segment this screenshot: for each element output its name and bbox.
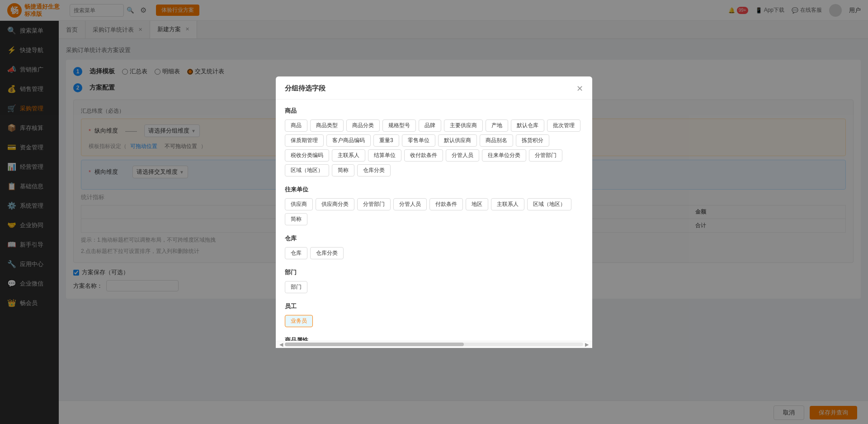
field-tag-0-13[interactable]: 默认供应商 (438, 134, 477, 147)
field-tag-1-8[interactable]: 简称 (285, 213, 307, 225)
modal-header: 分组待选字段 ✕ (276, 76, 592, 100)
field-tag-2-1[interactable]: 仓库分类 (310, 247, 344, 259)
field-tag-1-4[interactable]: 付款条件 (429, 198, 463, 210)
scroll-left-arrow: ◀ (279, 342, 283, 348)
section-5: 商品属性属性颜色多规格尺码鞋码1 (285, 336, 583, 341)
section-3: 部门部门 (285, 268, 583, 293)
field-tag-2-0[interactable]: 仓库 (285, 247, 307, 259)
field-tag-0-24[interactable]: 简称 (332, 164, 354, 176)
field-tags-3: 部门 (285, 281, 583, 293)
field-tag-0-11[interactable]: 重量3 (373, 134, 399, 147)
field-tags-2: 仓库仓库分类 (285, 247, 583, 259)
field-tag-0-7[interactable]: 默认仓库 (511, 119, 544, 132)
field-tag-1-2[interactable]: 分管部门 (357, 198, 391, 210)
modal-close-button[interactable]: ✕ (576, 84, 583, 94)
field-tag-0-22[interactable]: 分管部门 (529, 149, 562, 162)
field-tags-1: 供应商供应商分类分管部门分管人员付款条件地区主联系人区域（地区）简称 (285, 198, 583, 225)
section-title-4: 员工 (285, 302, 583, 310)
field-tag-0-18[interactable]: 结算单位 (368, 149, 401, 162)
field-tag-0-2[interactable]: 商品分类 (346, 119, 380, 132)
field-tag-0-23[interactable]: 区域（地区） (285, 164, 329, 176)
section-title-5: 商品属性 (285, 336, 583, 341)
field-tag-0-1[interactable]: 商品类型 (310, 119, 344, 132)
field-tag-1-1[interactable]: 供应商分类 (316, 198, 354, 210)
field-tag-1-7[interactable]: 区域（地区） (527, 198, 571, 210)
field-tag-4-0[interactable]: 业务员 (285, 315, 313, 327)
section-title-1: 往来单位 (285, 186, 583, 194)
field-tag-0-4[interactable]: 品牌 (419, 119, 441, 132)
horizontal-scrollbar[interactable] (285, 343, 583, 346)
modal-title: 分组待选字段 (285, 84, 326, 93)
field-tag-0-16[interactable]: 税收分类编码 (285, 149, 329, 162)
field-tag-1-5[interactable]: 地区 (466, 198, 488, 210)
field-tags-0: 商品商品类型商品分类规格型号品牌主要供应商产地默认仓库批次管理保质期管理客户商品… (285, 119, 583, 176)
field-tag-0-14[interactable]: 商品别名 (480, 134, 513, 147)
field-tag-1-0[interactable]: 供应商 (285, 198, 313, 210)
field-tag-0-10[interactable]: 客户商品编码 (326, 134, 371, 147)
section-0: 商品商品商品类型商品分类规格型号品牌主要供应商产地默认仓库批次管理保质期管理客户… (285, 107, 583, 176)
field-tag-0-8[interactable]: 批次管理 (547, 119, 580, 132)
field-tag-3-0[interactable]: 部门 (285, 281, 307, 293)
field-tag-0-15[interactable]: 拣货积分 (516, 134, 549, 147)
section-1: 往来单位供应商供应商分类分管部门分管人员付款条件地区主联系人区域（地区）简称 (285, 186, 583, 225)
field-tag-0-19[interactable]: 收付款条件 (404, 149, 443, 162)
field-tag-0-20[interactable]: 分管人员 (446, 149, 479, 162)
section-title-2: 仓库 (285, 234, 583, 243)
section-4: 员工业务员 (285, 302, 583, 327)
scroll-right-arrow: ▶ (585, 342, 589, 348)
field-tag-0-12[interactable]: 零售单位 (402, 134, 435, 147)
field-tag-0-6[interactable]: 产地 (486, 119, 508, 132)
section-title-0: 商品 (285, 107, 583, 115)
modal-footer-scroll: ◀ ▶ (276, 341, 592, 348)
field-tag-0-3[interactable]: 规格型号 (382, 119, 416, 132)
field-tag-0-25[interactable]: 仓库分类 (357, 164, 391, 176)
field-tag-0-5[interactable]: 主要供应商 (444, 119, 483, 132)
field-tag-0-0[interactable]: 商品 (285, 119, 307, 132)
field-tag-0-21[interactable]: 往来单位分类 (482, 149, 526, 162)
section-2: 仓库仓库仓库分类 (285, 234, 583, 259)
scrollbar-thumb (285, 343, 464, 346)
modal-body: 商品商品商品类型商品分类规格型号品牌主要供应商产地默认仓库批次管理保质期管理客户… (276, 100, 592, 341)
section-title-3: 部门 (285, 268, 583, 276)
field-tag-1-6[interactable]: 主联系人 (491, 198, 524, 210)
field-tag-0-9[interactable]: 保质期管理 (285, 134, 324, 147)
field-tags-4: 业务员 (285, 315, 583, 327)
field-tag-1-3[interactable]: 分管人员 (393, 198, 427, 210)
modal-dialog: 分组待选字段 ✕ 商品商品商品类型商品分类规格型号品牌主要供应商产地默认仓库批次… (276, 76, 592, 348)
field-tag-0-17[interactable]: 主联系人 (332, 149, 365, 162)
modal-overlay[interactable]: 分组待选字段 ✕ 商品商品商品类型商品分类规格型号品牌主要供应商产地默认仓库批次… (0, 0, 868, 424)
